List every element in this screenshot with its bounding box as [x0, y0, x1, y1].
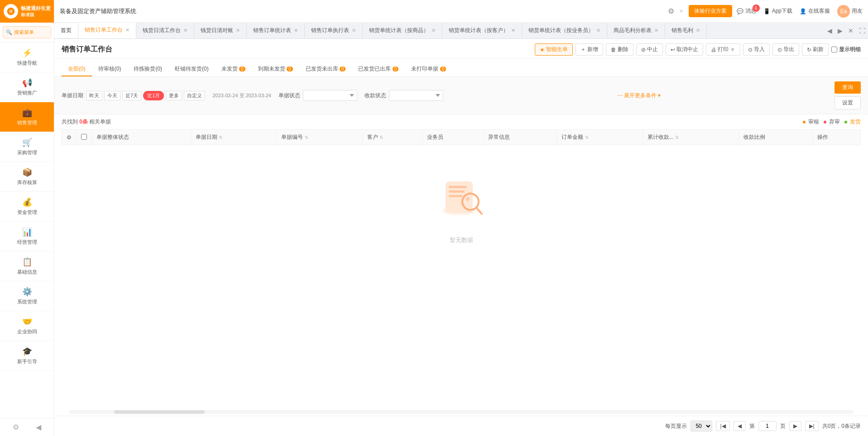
sub-tab-pending[interactable]: 待审核(0): [92, 62, 128, 76]
sidebar-item-system[interactable]: ⚙️ 系统管理: [0, 281, 54, 311]
tab-gross-profit[interactable]: 商品毛利分析表 ✕: [607, 23, 665, 38]
import-btn[interactable]: ⊙ 导入: [743, 43, 770, 56]
topbar-settings-btn[interactable]: ⚙: [668, 7, 674, 15]
th-date[interactable]: 单据日期 ⇅: [191, 130, 277, 145]
sidebar-item-corp[interactable]: 🤝 企业协同: [0, 311, 54, 341]
prev-page-btn[interactable]: ◀: [734, 421, 746, 431]
payment-select[interactable]: [389, 90, 443, 101]
th-checkbox[interactable]: [77, 130, 92, 145]
tab-close-sales-stat-customer[interactable]: ✕: [511, 28, 515, 33]
logo-icon: [4, 4, 18, 19]
delete-btn[interactable]: 🗑 删除: [606, 43, 633, 56]
sub-tab-not-printed[interactable]: 未打印单据 0: [405, 62, 452, 76]
page-input[interactable]: [758, 421, 777, 431]
cancel-pause-btn[interactable]: ↩ 取消中止: [666, 43, 703, 56]
th-collected[interactable]: 累计收款... ⇅: [643, 130, 739, 145]
date-btn-more[interactable]: 更多: [166, 91, 182, 100]
set-btn[interactable]: 设置: [834, 96, 861, 109]
status-select[interactable]: [303, 90, 357, 101]
refresh-btn[interactable]: ↻ 刷新: [802, 43, 829, 56]
tab-prev-btn[interactable]: ◀: [825, 25, 835, 36]
tab-sales-profit[interactable]: 销售毛利 ✕: [665, 23, 707, 38]
smart-create-btn[interactable]: ★ 智能生单: [535, 43, 573, 56]
date-btn-custom[interactable]: 自定义: [184, 91, 205, 100]
sub-tab-overdue[interactable]: 到期未发货 0: [252, 62, 299, 76]
sidebar-item-purchase[interactable]: 🛒 采购管理: [0, 132, 54, 162]
page-size-select[interactable]: 50: [691, 421, 712, 431]
tab-close-sales-stat[interactable]: ✕: [294, 28, 298, 33]
tab-cash-reconcile[interactable]: 钱货日清对账 ✕: [194, 23, 247, 38]
show-detail-toggle[interactable]: 显示明细: [831, 46, 861, 53]
sidebar-item-quicknav[interactable]: ⚡ 快捷导航: [0, 43, 54, 72]
sidebar-item-guide[interactable]: 🎓 新手引导: [0, 341, 54, 371]
empty-icon: [434, 172, 489, 231]
tab-cash-daily[interactable]: 钱货日清工作台 ✕: [136, 23, 194, 38]
sidebar-item-stock[interactable]: 📦 库存核算: [0, 162, 54, 192]
sidebar-item-sales[interactable]: 💼 销售管理: [0, 102, 54, 132]
tab-sales-order[interactable]: 销售订单工作台 ✕: [78, 23, 136, 38]
refresh-icon: ↻: [807, 47, 811, 53]
tab-sales-stat-staff[interactable]: 销货单统计表（按业务员） ✕: [522, 23, 607, 38]
tab-sales-stat-product[interactable]: 销货单统计表（按商品） ✕: [363, 23, 442, 38]
date-btn-today[interactable]: 今天: [104, 91, 120, 100]
tab-close-sales-order[interactable]: ✕: [125, 27, 129, 33]
search-menu-button[interactable]: 🔍 搜索菜单: [3, 26, 51, 38]
industry-btn[interactable]: 体验行业方案: [689, 5, 732, 17]
sidebar-item-basic[interactable]: 📋 基础信息: [0, 251, 54, 281]
sub-tab-not-shipped[interactable]: 未发货 0: [215, 62, 252, 76]
tab-close-sales-profit[interactable]: ✕: [696, 28, 700, 33]
sidebar-bottom: ⚙ ◀: [0, 418, 54, 436]
cancel-audit-table-btn[interactable]: 弃审: [824, 118, 840, 126]
sidebar-item-marketing[interactable]: 📢 营销推广: [0, 72, 54, 102]
date-btn-yesterday[interactable]: 昨天: [86, 91, 102, 100]
date-btn-7days[interactable]: 近7天: [122, 91, 141, 100]
tab-sales-stat[interactable]: 销售订单统计表 ✕: [247, 23, 305, 38]
print-btn[interactable]: 🖨 打印 ▼: [706, 43, 740, 56]
select-all-checkbox[interactable]: [81, 134, 87, 140]
th-customer[interactable]: 客户 ⇅: [362, 130, 422, 145]
tab-close-sales-stat-product[interactable]: ✕: [432, 28, 436, 33]
query-btn[interactable]: 查询: [834, 81, 861, 94]
tab-home[interactable]: 首页: [54, 23, 78, 38]
tab-sales-exec[interactable]: 销售订单执行表 ✕: [305, 23, 363, 38]
ship-table-btn[interactable]: 发货: [844, 118, 861, 126]
show-detail-checkbox[interactable]: [831, 47, 837, 52]
tab-close-sales-stat-staff[interactable]: ✕: [596, 28, 600, 33]
tab-close-cash-daily[interactable]: ✕: [183, 28, 187, 33]
sub-tab-shipped-out[interactable]: 已发货已出库 0: [352, 62, 405, 76]
tab-maximize-btn[interactable]: ⛶: [856, 25, 868, 36]
th-amount[interactable]: 订单金额 ⇅: [557, 130, 643, 145]
expand-filter-btn[interactable]: ⋯ 展开更多条件 ▾: [617, 92, 661, 100]
audit-table-btn[interactable]: 审核: [803, 118, 819, 126]
last-page-btn[interactable]: ▶|: [805, 421, 819, 431]
settings-bottom-btn[interactable]: ⚙: [13, 423, 19, 431]
collapse-btn[interactable]: ◀: [36, 423, 41, 431]
user-menu[interactable]: Ea 用友: [837, 5, 863, 18]
add-btn[interactable]: ＋ 新增: [575, 43, 603, 56]
sub-tab-all[interactable]: 全部(0): [62, 62, 92, 76]
tab-close-sales-exec[interactable]: ✕: [352, 28, 356, 33]
app-download-btn[interactable]: 📱 App下载: [763, 7, 792, 15]
next-page-btn[interactable]: ▶: [789, 421, 801, 431]
sidebar-item-finance[interactable]: 💰 资金管理: [0, 192, 54, 222]
first-page-btn[interactable]: |◀: [716, 421, 729, 431]
sub-tab-pending-check[interactable]: 待拣验货(0): [127, 62, 168, 76]
tab-close-all-btn[interactable]: ✕: [845, 25, 856, 36]
scroll-track[interactable]: [69, 410, 854, 414]
tab-sales-stat-customer[interactable]: 销货单统计表（按客户） ✕: [442, 23, 522, 38]
online-service-btn[interactable]: 👤 在线客服: [800, 7, 830, 15]
sub-tab-wangpu[interactable]: 旺铺待发货(0): [168, 62, 215, 76]
export-btn[interactable]: ⊙ 导出: [772, 43, 799, 56]
sub-tab-shipped-not-out[interactable]: 已发货未出库 0: [299, 62, 352, 76]
tab-next-btn[interactable]: ▶: [835, 25, 845, 36]
sidebar-item-ops[interactable]: 📊 经营管理: [0, 222, 54, 251]
tab-close-gross-profit[interactable]: ✕: [654, 28, 658, 33]
filter-bar: 单据日期 昨天 今天 近7天 近1月 更多 自定义 2023-02-24 至 2…: [54, 77, 868, 114]
scroll-thumb[interactable]: [114, 410, 205, 414]
tab-close-cash-reconcile[interactable]: ✕: [236, 28, 240, 33]
message-btn[interactable]: 💬 消息 6: [737, 7, 756, 15]
th-settings[interactable]: ⚙: [62, 130, 77, 145]
pause-btn[interactable]: ⊘ 中止: [636, 43, 663, 56]
th-number[interactable]: 单据编号 ⇅: [277, 130, 362, 145]
date-btn-1month[interactable]: 近1月: [143, 91, 164, 100]
